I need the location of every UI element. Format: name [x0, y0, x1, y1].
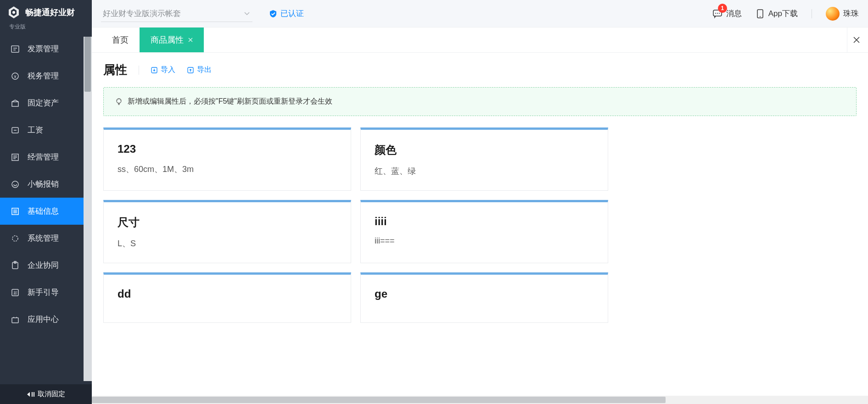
sidebar-item-reimburse[interactable]: 小畅报销 [0, 171, 92, 198]
unpin-icon [27, 391, 35, 398]
svg-rect-1 [11, 46, 19, 52]
sidebar-item-assets[interactable]: 固定资产 [0, 89, 92, 116]
sidebar-item-basic-info[interactable]: 基础信息 [0, 198, 92, 225]
basic-info-icon [10, 206, 20, 216]
horizontal-scrollbar-thumb[interactable] [92, 397, 666, 403]
sidebar-label: 发票管理 [28, 44, 59, 54]
svg-point-20 [760, 16, 761, 17]
svg-rect-14 [12, 318, 18, 323]
sidebar-item-apps[interactable]: 应用中心 [0, 306, 92, 333]
topbar-right: 1 消息 App下载 珠珠 [712, 7, 859, 21]
sidebar-item-invoice[interactable]: 发票管理 [0, 35, 92, 62]
tabs-bar: 首页 商品属性 [92, 28, 868, 53]
sidebar-label: 经营管理 [28, 152, 59, 162]
sidebar-label: 新手引导 [28, 287, 59, 298]
svg-point-18 [719, 13, 720, 14]
svg-rect-4 [12, 102, 18, 106]
svg-point-16 [715, 13, 716, 14]
brand-header: 畅捷通好业财 [0, 0, 92, 23]
sidebar-label: 应用中心 [28, 314, 59, 325]
sidebar-footer-label: 取消固定 [38, 390, 65, 398]
tab-label: 首页 [112, 34, 129, 45]
attribute-card[interactable]: 颜色 红、蓝、绿 [360, 127, 608, 191]
bulb-icon [115, 98, 123, 106]
attribute-values: ss、60cm、1M、3m [118, 164, 337, 175]
sidebar-label: 企业协同 [28, 260, 59, 271]
account-selector[interactable]: 好业财专业版演示帐套 [101, 6, 252, 22]
export-label: 导出 [197, 65, 212, 75]
system-icon [10, 233, 20, 244]
export-button[interactable]: 导出 [187, 65, 212, 75]
attribute-card[interactable]: ge [360, 272, 608, 323]
brand-name: 畅捷通好业财 [25, 7, 75, 18]
sidebar-scrollbar-thumb[interactable] [84, 37, 91, 92]
tab-home[interactable]: 首页 [101, 28, 140, 52]
salary-icon [10, 125, 20, 135]
sidebar-item-guide[interactable]: 新 新手引导 [0, 279, 92, 306]
sidebar-label: 固定资产 [28, 98, 59, 108]
sidebar-item-collab[interactable]: 企业协同 [0, 252, 92, 279]
brand-logo-icon [7, 6, 21, 19]
attribute-card[interactable]: dd [103, 272, 351, 323]
sidebar: 畅捷通好业财 专业版 发票管理 ¥ 税务管理 固定资产 工资 经营管理 [0, 0, 92, 404]
guide-icon: 新 [10, 288, 20, 298]
attribute-title: ge [375, 288, 594, 300]
sidebar-label: 工资 [28, 125, 43, 135]
import-icon [151, 66, 158, 74]
attribute-values: iii=== [375, 236, 594, 246]
account-name: 好业财专业版演示帐套 [103, 8, 181, 19]
sidebar-label: 税务管理 [28, 71, 59, 81]
verified-text: 已认证 [280, 8, 304, 19]
sidebar-item-operations[interactable]: 经营管理 [0, 144, 92, 171]
svg-text:新: 新 [13, 291, 17, 295]
page-header: 属性 导入 导出 [103, 62, 857, 78]
export-icon [187, 66, 194, 74]
tax-icon: ¥ [10, 71, 20, 81]
svg-point-17 [717, 13, 718, 14]
apps-icon [10, 315, 20, 325]
attribute-title: 颜色 [375, 143, 594, 157]
sidebar-label: 小畅报销 [28, 179, 59, 189]
attribute-title: 尺寸 [118, 215, 337, 230]
operations-icon [10, 152, 20, 162]
collab-icon [10, 260, 20, 271]
brand-edition: 专业版 [0, 23, 92, 35]
invoice-icon [10, 44, 20, 54]
sidebar-unpin-button[interactable]: 取消固定 [0, 384, 92, 404]
sidebar-item-system[interactable]: 系统管理 [0, 225, 92, 252]
download-button[interactable]: App下载 [756, 8, 798, 19]
import-button[interactable]: 导入 [151, 65, 175, 75]
verified-badge: 已认证 [269, 8, 304, 19]
attribute-title: 123 [118, 143, 337, 155]
sidebar-label: 基础信息 [28, 206, 59, 216]
svg-point-7 [12, 181, 18, 188]
horizontal-scrollbar[interactable] [92, 396, 868, 404]
content-area: 属性 导入 导出 新增或编 [92, 53, 868, 404]
reimburse-icon [10, 179, 20, 189]
attribute-values: L、S [118, 238, 337, 249]
header-divider [139, 66, 139, 75]
chevron-down-icon [243, 10, 251, 17]
attribute-card[interactable]: 123 ss、60cm、1M、3m [103, 127, 351, 191]
assets-icon [10, 98, 20, 108]
sidebar-item-tax[interactable]: ¥ 税务管理 [0, 62, 92, 89]
tab-product-attribute[interactable]: 商品属性 [140, 28, 204, 52]
tabs-close-all-button[interactable] [847, 28, 865, 52]
attribute-cards: 123 ss、60cm、1M、3m 颜色 红、蓝、绿 尺寸 L、S iiii [103, 127, 857, 323]
tip-box: 新增或编辑属性后，必须按"F5键"刷新页面或重新登录才会生效 [103, 87, 857, 116]
main-area: 好业财专业版演示帐套 已认证 1 消息 [92, 0, 868, 404]
attribute-title: iiii [375, 215, 594, 228]
sidebar-label: 系统管理 [28, 233, 59, 244]
user-menu[interactable]: 珠珠 [826, 7, 859, 21]
topbar-divider [812, 9, 812, 18]
tab-label: 商品属性 [151, 34, 184, 45]
close-icon[interactable] [188, 38, 193, 42]
messages-button[interactable]: 1 消息 [712, 8, 742, 19]
sidebar-scrollbar[interactable] [84, 37, 92, 381]
attribute-card[interactable]: 尺寸 L、S [103, 200, 351, 263]
svg-point-0 [12, 11, 15, 14]
sidebar-item-salary[interactable]: 工资 [0, 116, 92, 144]
mobile-icon [756, 9, 765, 19]
attribute-card[interactable]: iiii iii=== [360, 200, 608, 263]
topbar: 好业财专业版演示帐套 已认证 1 消息 [92, 0, 868, 28]
